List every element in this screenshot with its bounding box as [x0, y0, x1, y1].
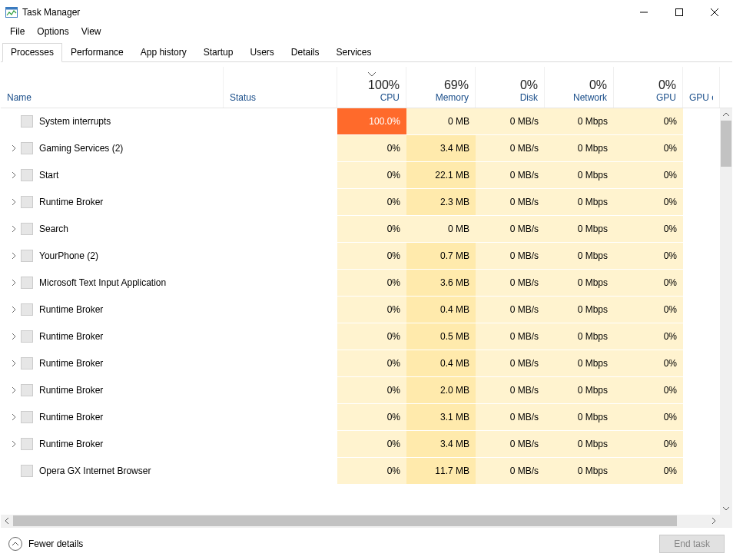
table-row[interactable]: Start0%22.1 MB0 MB/s0 Mbps0%	[1, 162, 720, 189]
cell-disk: 0 MB/s	[476, 458, 545, 484]
header-status[interactable]: Status	[224, 67, 337, 108]
cell-name: Runtime Broker	[1, 189, 224, 215]
header-network[interactable]: 0% Network	[545, 67, 614, 108]
hscroll-track[interactable]	[13, 515, 708, 527]
end-task-button[interactable]: End task	[659, 535, 725, 553]
vscroll-thumb[interactable]	[721, 121, 731, 167]
cell-cpu: 100.0%	[337, 108, 406, 134]
cell-disk: 0 MB/s	[476, 243, 545, 269]
cell-cpu: 0%	[337, 270, 406, 296]
tab-users[interactable]: Users	[241, 43, 282, 62]
header-cpu[interactable]: 100% CPU	[337, 67, 406, 108]
cell-gpu-engine	[683, 431, 720, 457]
cell-memory: 2.3 MB	[406, 189, 476, 215]
header-gpu-engine[interactable]: GPU eng	[683, 67, 720, 108]
expander[interactable]	[7, 145, 21, 151]
scroll-down-icon[interactable]	[720, 502, 732, 515]
expander[interactable]	[7, 333, 21, 340]
table-row[interactable]: Runtime Broker0%0.5 MB0 MB/s0 Mbps0%	[1, 323, 720, 350]
table-row[interactable]: YourPhone (2)0%0.7 MB0 MB/s0 Mbps0%	[1, 243, 720, 270]
process-name: Runtime Broker	[39, 412, 103, 422]
expander[interactable]	[7, 253, 21, 259]
table-row[interactable]: Runtime Broker0%2.3 MB0 MB/s0 Mbps0%	[1, 189, 720, 216]
expander[interactable]	[7, 360, 21, 366]
tab-processes[interactable]: Processes	[2, 43, 62, 62]
tab-details[interactable]: Details	[283, 43, 328, 62]
cell-gpu: 0%	[614, 404, 683, 430]
vertical-scrollbar[interactable]	[720, 108, 732, 515]
header-memory[interactable]: 69% Memory	[406, 67, 476, 108]
expander[interactable]	[7, 307, 21, 313]
table-row[interactable]: Runtime Broker0%3.4 MB0 MB/s0 Mbps0%	[1, 431, 720, 458]
menu-view[interactable]: View	[75, 25, 108, 38]
scroll-right-icon[interactable]	[708, 515, 720, 527]
cell-cpu: 0%	[337, 323, 406, 350]
expander[interactable]	[7, 414, 21, 420]
cell-memory: 3.4 MB	[406, 135, 476, 161]
cell-gpu-engine	[683, 216, 720, 242]
expander[interactable]	[7, 441, 21, 447]
close-button[interactable]	[697, 1, 732, 24]
cell-memory: 0.4 MB	[406, 297, 476, 323]
minimize-button[interactable]	[626, 1, 662, 24]
scroll-left-icon[interactable]	[1, 515, 13, 527]
fewer-details-button[interactable]: Fewer details	[8, 537, 83, 551]
cell-status	[224, 135, 337, 161]
process-name: YourPhone (2)	[39, 250, 98, 261]
tab-app-history[interactable]: App history	[132, 43, 195, 62]
header-disk[interactable]: 0% Disk	[476, 67, 545, 108]
cell-name: System interrupts	[1, 108, 224, 134]
cell-cpu: 0%	[337, 135, 406, 161]
tab-services[interactable]: Services	[328, 43, 380, 62]
cell-gpu-engine	[683, 404, 720, 430]
hscroll-thumb[interactable]	[13, 515, 677, 526]
cell-memory: 0.4 MB	[406, 350, 476, 376]
process-icon	[21, 411, 33, 423]
header-status-label: Status	[230, 92, 330, 103]
scroll-up-icon[interactable]	[720, 108, 732, 121]
table-row[interactable]: Opera GX Internet Browser0%11.7 MB0 MB/s…	[1, 458, 720, 485]
chevron-right-icon	[12, 441, 16, 447]
footer: Fewer details End task	[1, 527, 732, 559]
table-row[interactable]: Search0%0 MB0 MB/s0 Mbps0%	[1, 216, 720, 243]
menu-file[interactable]: File	[4, 25, 31, 38]
expander[interactable]	[7, 199, 21, 205]
chevron-right-icon	[12, 360, 16, 366]
horizontal-scrollbar[interactable]	[1, 515, 732, 527]
table-row[interactable]: Runtime Broker0%2.0 MB0 MB/s0 Mbps0%	[1, 377, 720, 404]
chevron-right-icon	[12, 226, 16, 232]
maximize-button[interactable]	[662, 1, 697, 24]
table-row[interactable]: Microsoft Text Input Application0%3.6 MB…	[1, 270, 720, 297]
cell-disk: 0 MB/s	[476, 350, 545, 376]
expander[interactable]	[7, 172, 21, 178]
header-gpu-value: 0%	[620, 78, 676, 92]
cell-name: Start	[1, 162, 224, 188]
table-row[interactable]: System interrupts100.0%0 MB0 MB/s0 Mbps0…	[1, 108, 720, 135]
header-name[interactable]: Name	[1, 67, 224, 108]
tab-performance[interactable]: Performance	[62, 43, 132, 62]
expander[interactable]	[7, 280, 21, 286]
expander[interactable]	[7, 387, 21, 393]
cell-gpu-engine	[683, 108, 720, 134]
cell-status	[224, 243, 337, 269]
chevron-right-icon	[12, 333, 16, 340]
header-network-label: Network	[551, 92, 607, 103]
vscroll-track[interactable]	[720, 121, 732, 502]
process-name: Runtime Broker	[39, 304, 103, 315]
title-area: Task Manager	[1, 6, 80, 18]
table-row[interactable]: Runtime Broker0%0.4 MB0 MB/s0 Mbps0%	[1, 297, 720, 323]
header-cpu-value: 100%	[343, 78, 400, 92]
cell-disk: 0 MB/s	[476, 323, 545, 350]
cell-disk: 0 MB/s	[476, 162, 545, 188]
process-name: Runtime Broker	[39, 197, 103, 207]
tab-startup[interactable]: Startup	[195, 43, 242, 62]
expander[interactable]	[7, 226, 21, 232]
cell-disk: 0 MB/s	[476, 189, 545, 215]
menu-options[interactable]: Options	[31, 25, 75, 38]
table-row[interactable]: Runtime Broker0%3.1 MB0 MB/s0 Mbps0%	[1, 404, 720, 431]
cell-status	[224, 458, 337, 484]
table-row[interactable]: Gaming Services (2)0%3.4 MB0 MB/s0 Mbps0…	[1, 135, 720, 162]
table-row[interactable]: Runtime Broker0%0.4 MB0 MB/s0 Mbps0%	[1, 350, 720, 377]
cell-status	[224, 216, 337, 242]
header-gpu[interactable]: 0% GPU	[614, 67, 683, 108]
